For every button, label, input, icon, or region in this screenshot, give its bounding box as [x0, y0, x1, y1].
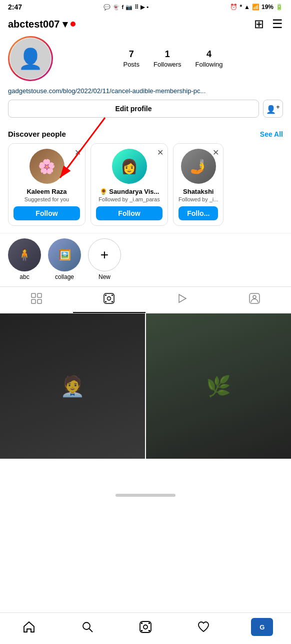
close-card-2-button[interactable]: ✕	[157, 148, 164, 157]
svg-point-9	[112, 294, 113, 296]
posts-grid: 🧑‍💼 🌿	[0, 313, 291, 459]
nav-likes-button[interactable]	[191, 618, 216, 636]
person-2-sub: Followed by _i.am_paras	[96, 196, 162, 202]
menu-icon[interactable]: ☰	[272, 17, 283, 31]
story-label-new: New	[98, 273, 110, 280]
content-tabs	[0, 286, 291, 313]
username-area[interactable]: abctest007 ▾	[8, 18, 76, 30]
story-label-collage: collage	[55, 273, 74, 280]
person-card-3: ✕ 🤳 Shatakshi Followed by _i... Follo...	[173, 143, 224, 226]
story-item-abc[interactable]: 🧍 abc	[8, 238, 41, 280]
signal-icon: 📶	[252, 4, 260, 11]
svg-rect-4	[32, 299, 36, 303]
svg-point-22	[148, 630, 150, 632]
profile-stats: 7 Posts 1 Followers 4 Following	[63, 49, 283, 69]
tab-video[interactable]	[146, 287, 218, 313]
story-avatar-collage: 🖼️	[48, 238, 81, 271]
status-notification-icons: 💬 👻 f 📷 ⠿ ▶ •	[104, 4, 148, 11]
new-story-button[interactable]: +	[88, 238, 121, 271]
person-1-avatar: 🌸	[30, 149, 64, 184]
bluetooth-icon: *	[240, 4, 242, 11]
nav-profile-button[interactable]: G	[250, 618, 274, 636]
followers-label: Followers	[154, 61, 182, 68]
stories-highlights: 🧍 abc 🖼️ collage + New	[0, 233, 291, 286]
snapchat-icon: 👻	[112, 4, 120, 11]
following-count: 4	[196, 49, 223, 60]
svg-point-18	[144, 625, 148, 629]
person-1-sub: Suggested for you	[14, 196, 80, 202]
follow-button-2[interactable]: Follow	[96, 206, 162, 220]
tab-reels[interactable]	[73, 287, 146, 313]
dot-icon: •	[146, 4, 148, 10]
add-person-button[interactable]: 👤+	[263, 100, 283, 118]
follow-button-1[interactable]: Follow	[14, 206, 80, 220]
profile-top: 👤 7 Posts 1 Followers 4 Following	[8, 36, 283, 81]
tab-tagged[interactable]	[218, 287, 292, 313]
alarm-icon: ⏰	[230, 4, 238, 11]
post-thumb-2[interactable]: 🌿	[146, 313, 291, 459]
story-item-collage[interactable]: 🖼️ collage	[48, 238, 81, 280]
discover-header: Discover people See All	[0, 130, 291, 143]
profile-header: abctest007 ▾ ⊞ ☰	[0, 14, 291, 36]
story-avatar-abc: 🧍	[8, 238, 41, 271]
header-actions: ⊞ ☰	[254, 17, 283, 31]
person-1-name: Kaleem Raza	[14, 188, 80, 195]
message-icon: 💬	[104, 4, 110, 11]
nav-reels-button[interactable]	[133, 618, 158, 636]
followers-count: 1	[154, 49, 182, 60]
wifi-icon: ▲	[244, 4, 250, 11]
profile-section: 👤 7 Posts 1 Followers 4 Following gadget…	[0, 36, 291, 130]
gadgets-logo: G	[251, 618, 273, 636]
posts-stat[interactable]: 7 Posts	[123, 49, 140, 69]
profile-link[interactable]: gadgetstouse.com/blog/2022/02/11/cancel-…	[8, 87, 283, 95]
bottom-navigation: G	[0, 612, 291, 644]
grid-icon: ⠿	[134, 4, 138, 11]
following-label: Following	[196, 61, 223, 68]
person-3-avatar: 🤳	[181, 149, 216, 184]
svg-point-15	[83, 622, 90, 629]
avatar: 👤	[10, 38, 51, 79]
svg-point-19	[141, 622, 143, 624]
svg-point-21	[141, 630, 143, 632]
reels-tab-icon	[104, 293, 114, 307]
plus-icon: +	[100, 247, 108, 263]
story-item-new[interactable]: + New	[88, 238, 121, 280]
grid-tab-icon	[31, 293, 42, 307]
discover-people-list: ✕ 🌸 Kaleem Raza Suggested for you Follow…	[0, 143, 291, 233]
person-3-name: Shatakshi	[178, 188, 218, 195]
see-all-button[interactable]: See All	[260, 130, 283, 138]
gesture-bar	[116, 494, 176, 497]
avatar-wrap[interactable]: 👤	[8, 36, 53, 81]
new-post-icon[interactable]: ⊞	[254, 17, 264, 31]
edit-profile-button[interactable]: Edit profile	[8, 100, 259, 118]
youtube-icon: ▶	[140, 4, 144, 11]
close-card-1-button[interactable]: ✕	[74, 148, 81, 157]
instagram-icon: 📷	[126, 4, 132, 11]
svg-point-7	[108, 297, 111, 300]
chevron-down-icon[interactable]: ▾	[62, 18, 68, 30]
close-card-3-button[interactable]: ✕	[212, 148, 219, 157]
follow-button-3[interactable]: Follo...	[178, 206, 218, 220]
svg-rect-2	[32, 293, 36, 297]
posts-label: Posts	[123, 61, 140, 68]
video-tab-icon	[176, 293, 188, 307]
svg-point-11	[112, 301, 113, 302]
discover-title: Discover people	[8, 130, 66, 138]
svg-rect-5	[38, 299, 42, 303]
person-2-name: 🌻 Saundarya Vis...	[96, 188, 162, 195]
following-stat[interactable]: 4 Following	[196, 49, 223, 69]
svg-marker-12	[179, 294, 186, 302]
nav-search-button[interactable]	[75, 618, 100, 636]
avatar-ring: 👤	[8, 36, 53, 81]
nav-home-button[interactable]	[16, 618, 42, 636]
svg-line-16	[89, 628, 92, 632]
person-3-sub: Followed by _i...	[178, 196, 218, 202]
svg-point-20	[148, 622, 150, 624]
svg-point-8	[105, 294, 106, 296]
svg-point-14	[253, 295, 256, 298]
tab-grid[interactable]	[0, 287, 73, 313]
person-card-2: ✕ 👩 🌻 Saundarya Vis... Followed by _i.am…	[90, 143, 168, 226]
followers-stat[interactable]: 1 Followers	[154, 49, 182, 69]
add-person-icon: 👤+	[266, 103, 280, 114]
post-thumb-1[interactable]: 🧑‍💼	[0, 313, 145, 459]
